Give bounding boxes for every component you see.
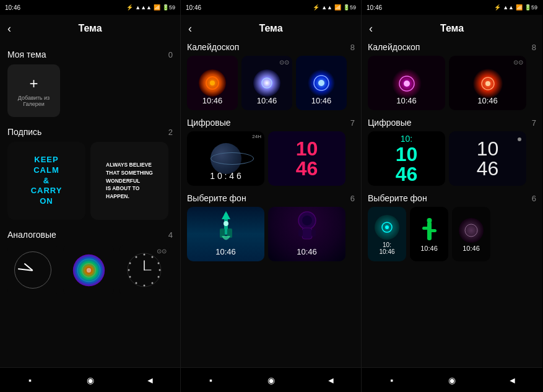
wifi-icon-3: 📶	[516, 4, 523, 11]
bg-face-2[interactable]: 10:46	[268, 207, 345, 261]
flower-teal-icon	[372, 214, 402, 242]
kaleido-red-icon	[466, 66, 510, 100]
signal-icon-3: ▲▲	[503, 4, 514, 11]
digital-time-display-1: 1 0 : 4 6	[187, 171, 264, 181]
nav-home-3[interactable]: ◉	[442, 370, 462, 390]
bg-time-p1: 10:	[383, 242, 391, 248]
moya-tema-count: 0	[168, 50, 173, 59]
status-bar-3: 10:46 ⚡ ▲▲ 📶 🔋59	[362, 0, 542, 15]
status-bar-1: 10:46 ⚡ ▲▲▲ 📶 🔋59	[0, 0, 180, 15]
believe-face[interactable]: ALWAYS BELIEVETHAT SOMETHINGWONDERFULIS …	[90, 142, 168, 220]
moya-tema-grid: + Добавить изГалереи	[7, 64, 173, 117]
status-bar-2: 10:46 ⚡ ▲▲ 📶 🔋59	[181, 0, 361, 15]
status-icons-1: ⚡ ▲▲▲ 📶 🔋59	[126, 4, 175, 11]
digital-face-p1[interactable]: 10: 1046	[368, 131, 445, 186]
nav-home-2[interactable]: ◉	[261, 370, 281, 390]
kaleido-faces-2: 10:46 ⊙⊙ 10:46	[187, 56, 355, 110]
kaleido-section-3: Калейдоскоп 8 10:46	[368, 42, 536, 110]
digital-display-p1: 10: 1046	[396, 133, 418, 184]
cactus-icon	[419, 217, 440, 245]
podpis-title: Подпись	[7, 127, 41, 137]
toggle-icon-3: ⊙⊙	[157, 248, 167, 255]
analog-face-1[interactable]	[7, 245, 58, 295]
keep-calm-face[interactable]: KEEPCALM&CARRYON	[7, 142, 85, 220]
kaleido-face-2[interactable]: ⊙⊙ 10:46	[241, 56, 292, 110]
clock-display-1	[14, 251, 51, 289]
svg-point-6	[152, 256, 154, 258]
kaleido-time-1: 10:46	[187, 96, 238, 105]
digital-face-2[interactable]: 10 46	[268, 131, 345, 186]
bg-time-p3: 10:46	[463, 245, 480, 252]
bg-face-p2[interactable]: 10:46	[410, 207, 448, 261]
panel-3-scroll: Калейдоскоп 8 10:46	[362, 42, 542, 367]
back-button-1[interactable]: ‹	[7, 22, 11, 35]
digital-face-1[interactable]: 24H 1 0 : 4 6	[187, 131, 264, 186]
analog-face-2[interactable]	[63, 245, 114, 295]
planet-ring-icon	[211, 152, 254, 165]
dotted-face-icon	[126, 252, 162, 288]
kaleido-time-p2: 10:46	[449, 96, 526, 105]
believe-text: ALWAYS BELIEVETHAT SOMETHINGWONDERFULIS …	[106, 161, 153, 201]
svg-point-49	[427, 218, 432, 223]
battery-icon-2: 🔋59	[343, 4, 356, 11]
svg-point-7	[158, 263, 160, 264]
nav-back-3[interactable]: ◄	[502, 370, 522, 390]
nav-back-1[interactable]: ◄	[141, 370, 160, 390]
svg-point-31	[224, 221, 228, 226]
digital-faces-3: 10: 1046 1046	[368, 131, 536, 186]
analogovye-title: Аналоговые	[7, 230, 56, 240]
bg-faces-3: 10: 10:46 10:46	[368, 207, 536, 261]
podpis-count: 2	[168, 128, 173, 137]
svg-point-26	[318, 80, 324, 86]
bg-faces-2: 10:46 10:46	[187, 207, 355, 261]
kaleido-face-p2[interactable]: ⊙⊙ 10:46	[449, 56, 526, 110]
nav-square-2[interactable]: ▪	[201, 370, 221, 390]
bg-header-2: Выберите фон 6	[187, 193, 355, 203]
panel-2-scroll: Калейдоскоп 8 10:46	[181, 42, 361, 367]
analog-face-3[interactable]: ⊙⊙	[119, 245, 170, 295]
page-title-1: Тема	[78, 23, 102, 34]
digital-min: 46	[296, 157, 318, 180]
digital-section-3: Цифровые 7 10: 1046 1046	[368, 118, 536, 186]
status-time-3: 10:46	[367, 4, 382, 11]
digital-header-2: Цифровые 7	[187, 118, 355, 128]
back-button-3[interactable]: ‹	[369, 22, 373, 35]
digital-face-p2[interactable]: 1046	[449, 131, 526, 186]
svg-point-42	[485, 81, 490, 86]
digital-display-p2: 1046	[477, 139, 499, 178]
nav-back-2[interactable]: ◄	[321, 370, 341, 390]
header-3: ‹ Тема	[362, 15, 542, 42]
bg-section-3: Выберите фон 6 10: 10:46	[368, 193, 536, 261]
nav-square-1[interactable]: ▪	[20, 370, 40, 390]
digital-header-3: Цифровые 7	[368, 118, 536, 128]
kaleido-face-1[interactable]: 10:46	[187, 56, 238, 110]
header-2: ‹ Тема	[181, 15, 361, 42]
kaleido-icon-1	[194, 68, 231, 98]
kaleido-face-3[interactable]: 10:46	[296, 56, 347, 110]
svg-point-12	[136, 282, 137, 284]
podpis-header: Подпись 2	[7, 127, 173, 137]
bg-face-1[interactable]: 10:46	[187, 207, 264, 261]
bg-face-p1[interactable]: 10: 10:46	[368, 207, 406, 261]
digital-section-2: Цифровые 7 24H 1 0 : 4 6 10 46	[187, 118, 355, 186]
nav-home-1[interactable]: ◉	[80, 370, 100, 390]
wifi-icon: 📶	[154, 4, 160, 11]
svg-point-21	[210, 81, 215, 85]
bg-time-1: 10:46	[187, 247, 264, 256]
digital-count-3: 7	[532, 118, 536, 128]
kaleido-title-2: Калейдоскоп	[187, 42, 239, 52]
header-1: ‹ Тема	[0, 15, 180, 42]
bg-face-p3[interactable]: 10:46	[452, 207, 490, 261]
svg-rect-35	[298, 229, 303, 237]
kaleido-header-3: Калейдоскоп 8	[368, 42, 536, 52]
nav-square-3[interactable]: ▪	[382, 370, 402, 390]
kaleido-face-p1[interactable]: 10:46	[368, 56, 445, 110]
moya-tema-title: Моя тема	[7, 50, 46, 59]
add-from-gallery-button[interactable]: + Добавить изГалереи	[7, 64, 60, 117]
digital-large-1: 1046	[396, 144, 418, 184]
bg-time-p1b: 10:46	[379, 248, 394, 255]
svg-point-9	[158, 276, 160, 278]
back-button-2[interactable]: ‹	[188, 22, 192, 35]
bottom-nav-1: ▪ ◉ ◄	[0, 367, 180, 392]
signal-icon-2: ▲▲	[321, 4, 332, 11]
